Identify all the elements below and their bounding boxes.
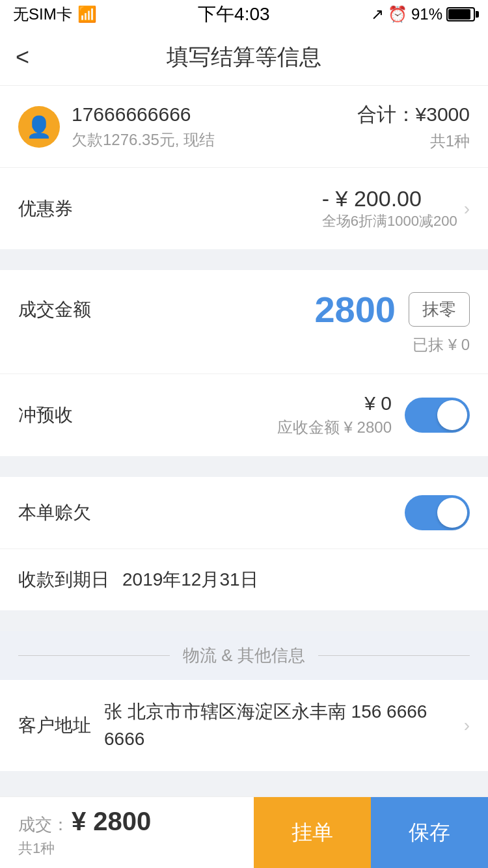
coupon-detail: 全场6折满1000减200 xyxy=(322,211,457,231)
battery-percent: 91% xyxy=(411,5,442,23)
customer-sub-info: 欠款1276.35元, 现结 xyxy=(72,129,215,150)
deal-amount-value: 2800 xyxy=(314,288,396,331)
location-icon: ↗ xyxy=(371,5,384,23)
debt-row: 本单赊欠 xyxy=(18,495,470,530)
logistics-text: 物流 & 其他信息 xyxy=(183,644,305,667)
prereceive-right: ¥ 0 应收金额 ¥ 2800 xyxy=(277,392,470,438)
carrier-label: 无SIM卡 xyxy=(13,4,72,25)
avatar: 👤 xyxy=(18,106,60,148)
bottom-count: 共1种 xyxy=(18,839,236,858)
amount-section: 成交金额 2800 抹零 已抹 ¥ 0 xyxy=(0,270,488,373)
round-button[interactable]: 抹零 xyxy=(409,292,470,327)
battery-icon xyxy=(446,7,475,21)
due-date-value: 2019年12月31日 xyxy=(122,567,258,592)
prereceive-row: 冲预收 ¥ 0 应收金额 ¥ 2800 xyxy=(18,392,470,438)
prereceive-toggle[interactable] xyxy=(405,398,470,433)
status-left: 无SIM卡 📶 xyxy=(13,4,97,25)
status-bar: 无SIM卡 📶 下午4:03 ↗ ⏰ 91% xyxy=(0,0,488,29)
back-button[interactable]: < xyxy=(16,44,29,71)
bottom-summary: 成交： ¥ 2800 共1种 xyxy=(0,807,254,858)
bottom-deal-row: 成交： ¥ 2800 xyxy=(18,807,236,836)
coupon-row[interactable]: 优惠券 - ¥ 200.00 全场6折满1000减200 › xyxy=(0,167,488,249)
address-section: 客户地址 张 北京市市辖区海淀区永丰南 156 6666 6666 › xyxy=(0,680,488,771)
section-divider-3 xyxy=(0,621,488,631)
coupon-label: 优惠券 xyxy=(18,197,73,221)
customer-row: 👤 17666666666 欠款1276.35元, 现结 合计：¥3000 共1… xyxy=(0,86,488,167)
deal-amount-card: 成交金额 2800 抹零 已抹 ¥ 0 冲预收 ¥ 0 应收金额 ¥ 2800 xyxy=(0,270,488,456)
address-card: 客户地址 张 北京市市辖区海淀区永丰南 156 6666 6666 › xyxy=(0,680,488,771)
address-chevron-icon: › xyxy=(464,715,470,736)
amount-right: 2800 抹零 xyxy=(314,288,470,331)
customer-left: 👤 17666666666 欠款1276.35元, 现结 xyxy=(18,103,215,150)
total-count: 共1种 xyxy=(357,131,470,152)
amount-row: 成交金额 2800 抹零 xyxy=(18,288,470,331)
section-divider-1 xyxy=(0,260,488,270)
avatar-icon: 👤 xyxy=(26,115,52,139)
time-label: 下午4:03 xyxy=(198,2,270,27)
hold-button[interactable]: 挂单 xyxy=(254,797,371,869)
logistics-header: 物流 & 其他信息 xyxy=(0,631,488,680)
prereceive-section: 冲预收 ¥ 0 应收金额 ¥ 2800 xyxy=(0,373,488,456)
section-divider-2 xyxy=(0,467,488,477)
bottom-bar: 成交： ¥ 2800 共1种 挂单 保存 xyxy=(0,796,488,868)
page-title: 填写结算等信息 xyxy=(167,42,321,72)
alarm-icon: ⏰ xyxy=(388,5,407,23)
customer-info: 17666666666 欠款1276.35元, 现结 xyxy=(72,103,215,150)
due-date-row: 收款到期日 2019年12月31日 xyxy=(18,567,470,592)
deal-amount-sub: 已抹 ¥ 0 xyxy=(18,334,470,355)
status-right: ↗ ⏰ 91% xyxy=(371,5,475,23)
customer-phone: 17666666666 xyxy=(72,103,215,126)
debt-toggle-knob xyxy=(437,498,467,528)
customer-card: 👤 17666666666 欠款1276.35元, 现结 合计：¥3000 共1… xyxy=(0,86,488,249)
wifi-icon: 📶 xyxy=(77,5,97,23)
bottom-amount: ¥ 2800 xyxy=(72,807,151,836)
coupon-chevron-icon: › xyxy=(464,198,470,219)
deal-amount-label: 成交金额 xyxy=(18,297,91,322)
customer-right: 合计：¥3000 共1种 xyxy=(357,102,470,152)
prereceive-label: 冲预收 xyxy=(18,403,73,427)
due-date-label: 收款到期日 xyxy=(18,567,109,592)
due-date-section: 收款到期日 2019年12月31日 xyxy=(0,549,488,610)
debt-label: 本单赊欠 xyxy=(18,500,91,525)
logistics-line-right xyxy=(318,655,470,656)
toggle-knob xyxy=(437,400,467,430)
prereceive-sub: 应收金额 ¥ 2800 xyxy=(277,417,392,438)
debt-toggle[interactable] xyxy=(405,495,470,530)
total-amount: 合计：¥3000 xyxy=(357,102,470,128)
save-button[interactable]: 保存 xyxy=(371,797,488,869)
coupon-right: - ¥ 200.00 全场6折满1000减200 › xyxy=(322,186,470,231)
prereceive-amount: ¥ 0 应收金额 ¥ 2800 xyxy=(277,392,392,438)
address-label: 客户地址 xyxy=(18,713,91,738)
address-value: 张 北京市市辖区海淀区永丰南 156 6666 6666 xyxy=(104,698,464,753)
debt-section: 本单赊欠 xyxy=(0,477,488,549)
coupon-discount: - ¥ 200.00 xyxy=(322,186,457,211)
prereceive-value: ¥ 0 xyxy=(277,392,392,414)
nav-bar: < 填写结算等信息 xyxy=(0,29,488,86)
bottom-deal-label: 成交： xyxy=(18,813,69,836)
logistics-line-left xyxy=(18,655,170,656)
debt-card: 本单赊欠 收款到期日 2019年12月31日 xyxy=(0,477,488,610)
address-row[interactable]: 客户地址 张 北京市市辖区海淀区永丰南 156 6666 6666 › xyxy=(18,698,470,753)
